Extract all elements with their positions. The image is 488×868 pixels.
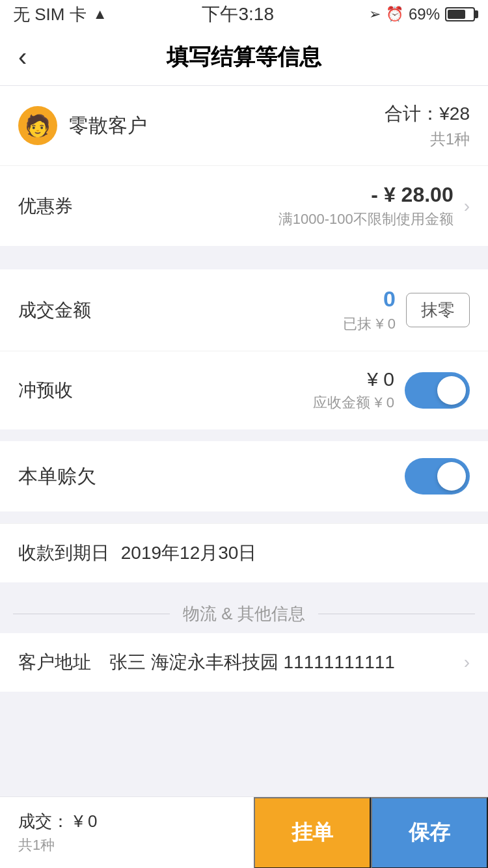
customer-avatar: 🧑 <box>18 106 57 145</box>
round-button[interactable]: 抹零 <box>406 293 470 327</box>
duedate-value[interactable]: 2019年12月30日 <box>121 543 257 563</box>
transaction-col: 0 已抹 ¥ 0 <box>343 286 396 334</box>
prepay-toggle[interactable] <box>405 372 470 409</box>
customer-left: 🧑 零散客户 <box>18 106 147 145</box>
coupon-amount: - ¥ 28.00 <box>278 183 454 207</box>
transaction-right: 0 已抹 ¥ 0 抹零 <box>343 286 470 334</box>
transaction-sub: 已抹 ¥ 0 <box>343 314 396 334</box>
logistics-line-right <box>318 614 475 614</box>
battery-icon <box>445 7 475 21</box>
deal-amount: ¥ 0 <box>74 811 97 831</box>
prepay-values: ¥ 0 应收金额 ¥ 0 <box>313 368 394 413</box>
customer-right: 合计：¥28 共1种 <box>385 102 470 150</box>
location-icon: ➢ <box>369 6 381 23</box>
logistics-line-left <box>13 614 170 614</box>
coupon-value: - ¥ 28.00 满1000-100不限制使用金额 <box>278 183 454 229</box>
transaction-row: 成交金额 0 已抹 ¥ 0 抹零 <box>0 269 488 351</box>
address-label: 客户地址 <box>18 650 91 675</box>
address-value: 张三 海淀永丰科技园 11111111111 <box>109 650 464 675</box>
wifi-icon: ▲ <box>93 6 107 23</box>
debt-toggle[interactable] <box>405 458 470 495</box>
transaction-label: 成交金额 <box>18 298 91 323</box>
bottom-deal: 成交： ¥ 0 <box>18 810 236 833</box>
customer-name: 零散客户 <box>69 113 147 139</box>
status-time: 下午3:18 <box>202 2 274 27</box>
customer-count: 共1种 <box>385 129 470 150</box>
status-right: ➢ ⏰ 69% <box>369 5 475 23</box>
battery-label: 69% <box>409 5 440 23</box>
hold-button[interactable]: 挂单 <box>254 797 371 869</box>
alarm-icon: ⏰ <box>386 6 403 23</box>
save-button[interactable]: 保存 <box>371 797 488 869</box>
coupon-label: 优惠券 <box>18 194 73 219</box>
duedate-label: 收款到期日 <box>18 543 109 563</box>
main-content: 🧑 零散客户 合计：¥28 共1种 优惠券 - ¥ 28.00 满1000-10… <box>0 86 488 781</box>
customer-row: 🧑 零散客户 合计：¥28 共1种 <box>0 86 488 165</box>
nav-bar: ‹ 填写结算等信息 <box>0 29 488 86</box>
debt-toggle-knob <box>437 462 466 491</box>
debt-label: 本单赊欠 <box>18 463 96 490</box>
prepay-sub: 应收金额 ¥ 0 <box>313 393 394 413</box>
bottom-bar: 成交： ¥ 0 共1种 挂单 保存 <box>0 796 488 868</box>
debt-section: 本单赊欠 <box>0 441 488 511</box>
address-section[interactable]: 客户地址 张三 海淀永丰科技园 11111111111 › <box>0 633 488 692</box>
prepay-row: 冲预收 ¥ 0 应收金额 ¥ 0 <box>0 351 488 429</box>
coupon-right: - ¥ 28.00 满1000-100不限制使用金额 › <box>278 183 470 229</box>
logistics-label: 物流 & 其他信息 <box>183 603 305 625</box>
prepay-label: 冲预收 <box>18 378 73 403</box>
avatar-icon: 🧑 <box>25 113 51 138</box>
address-chevron-icon: › <box>464 652 470 673</box>
logistics-divider: 物流 & 其他信息 <box>0 594 488 633</box>
prepay-amount: ¥ 0 <box>313 368 394 390</box>
duedate-section: 收款到期日 2019年12月30日 <box>0 523 488 582</box>
section-divider-1 <box>0 258 488 269</box>
deal-prefix: 成交： <box>18 811 69 831</box>
chevron-right-icon: › <box>464 196 470 217</box>
prepay-right: ¥ 0 应收金额 ¥ 0 <box>313 368 470 413</box>
bottom-info: 成交： ¥ 0 共1种 <box>0 810 254 855</box>
transaction-value[interactable]: 0 <box>343 286 396 312</box>
page-title: 填写结算等信息 <box>167 42 321 72</box>
status-bar: 无 SIM 卡 ▲ 下午3:18 ➢ ⏰ 69% <box>0 0 488 29</box>
status-left: 无 SIM 卡 ▲ <box>13 3 107 26</box>
bottom-count: 共1种 <box>18 835 236 855</box>
toggle-knob <box>437 376 466 405</box>
transaction-section: 成交金额 0 已抹 ¥ 0 抹零 冲预收 ¥ 0 应收金额 ¥ 0 <box>0 269 488 429</box>
section-divider-3 <box>0 582 488 594</box>
total-label: 合计：¥28 <box>385 102 470 126</box>
carrier-label: 无 SIM 卡 <box>13 3 87 26</box>
customer-section: 🧑 零散客户 合计：¥28 共1种 优惠券 - ¥ 28.00 满1000-10… <box>0 86 488 246</box>
section-divider-2 <box>0 429 488 441</box>
coupon-row[interactable]: 优惠券 - ¥ 28.00 满1000-100不限制使用金额 › <box>0 165 488 246</box>
back-button[interactable]: ‹ <box>18 42 27 72</box>
coupon-desc: 满1000-100不限制使用金额 <box>278 210 454 229</box>
